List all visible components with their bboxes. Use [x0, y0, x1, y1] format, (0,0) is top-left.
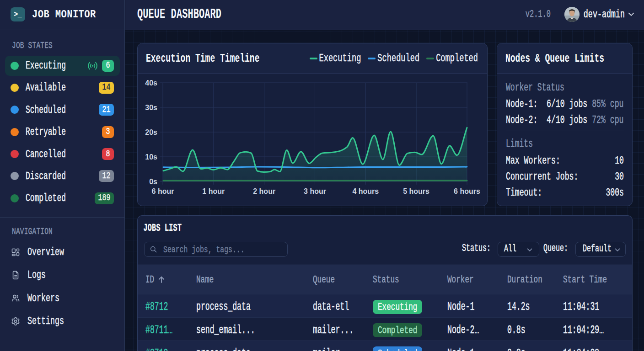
svg-text:2 hour: 2 hour	[253, 187, 275, 195]
svg-text:30s: 30s	[145, 104, 157, 112]
svg-text:1 hour: 1 hour	[202, 187, 225, 195]
svg-text:10s: 10s	[145, 153, 157, 161]
svg-text:4 hours: 4 hours	[352, 187, 379, 195]
svg-text:5 hours: 5 hours	[403, 187, 429, 195]
svg-text:40s: 40s	[145, 79, 157, 87]
svg-text:6 hour: 6 hour	[152, 187, 174, 195]
svg-text:3 hour: 3 hour	[304, 187, 326, 195]
svg-text:20s: 20s	[145, 128, 157, 136]
svg-text:6 hours: 6 hours	[454, 187, 480, 195]
svg-text:0s: 0s	[149, 178, 157, 186]
